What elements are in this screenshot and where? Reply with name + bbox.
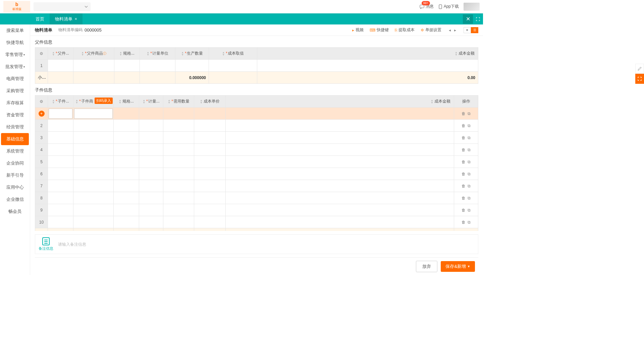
child-col-unit-cost[interactable]: ▲▼成本单价 [194,96,226,108]
user-avatar[interactable] [464,3,480,11]
close-all-tabs-button[interactable]: ✕ [463,14,473,24]
app-download-button[interactable]: App下载 [438,4,459,9]
close-icon[interactable]: ✕ [74,17,77,21]
messages-button[interactable]: 99+ 消息 [420,4,434,9]
sidebar-item[interactable]: 库存核算 [0,97,30,109]
sidebar-item[interactable]: 新手引导 [0,169,30,181]
copy-icon[interactable]: ⧉ [468,208,471,213]
play-icon: ▸ [352,28,354,33]
copy-icon[interactable]: ⧉ [468,111,471,116]
copy-icon[interactable]: ⧉ [468,184,471,188]
copy-icon[interactable]: ⧉ [468,172,471,176]
sidebar-item[interactable]: 企业协同 [0,157,30,169]
tab-bom[interactable]: 物料清单 ✕ [50,13,83,24]
sidebar: 搜索菜单快捷导航零售管理▾批发管理▾电商管理采购管理库存核算资金管理经营管理基础… [0,24,30,275]
sidebar-item[interactable]: 批发管理▾ [0,61,30,73]
table-row: 10🗑⧉ [35,216,478,228]
row-number: 8 [35,192,48,204]
document-header: 物料清单 物料清单编码 0000005 ▸视频 ⌨快捷键 ⎘提取成本 ✲单据设置… [30,24,483,36]
copy-icon[interactable]: ⧉ [468,123,471,128]
sidebar-item[interactable]: 搜索菜单 [0,24,30,37]
pager-next[interactable]: ▸ [453,27,458,33]
table-row: 1 [35,60,478,72]
record-pager: ◂ ▸ [447,27,458,33]
delete-icon[interactable]: 🗑 [462,111,466,116]
discard-button[interactable]: 放弃 [416,261,437,272]
table-row: 7🗑⧉ [35,180,478,192]
remarks-icon: 备注信息 [39,237,53,251]
table-row: 8🗑⧉ [35,192,478,204]
save-and-new-button[interactable]: 保存&新增 ▼ [441,261,475,272]
view-form[interactable]: ☰ [471,27,478,33]
remarks-input[interactable] [58,240,475,249]
tab-home[interactable]: 首页 [30,13,50,24]
parent-col-spec[interactable]: ▲▼规格... [114,48,140,60]
parent-col-qty[interactable]: ▲▼*生产数量 [175,48,209,60]
delete-icon[interactable]: 🗑 [462,172,466,176]
delete-icon[interactable]: 🗑 [462,160,466,164]
company-selector[interactable] [34,2,91,11]
copy-icon[interactable]: ⧉ [468,220,471,225]
parent-section-title: 父件信息 [35,36,478,47]
copy-icon[interactable]: ⧉ [468,147,471,152]
help-icon[interactable]: ⓘ [103,52,106,55]
child-col-code[interactable]: ▲▼*子件... [48,96,73,108]
sidebar-item[interactable]: 零售管理▾ [0,49,30,61]
child-col-settings[interactable]: ⚙ [35,96,48,108]
child-col-qty[interactable]: ▲▼*需用数量 [163,96,194,108]
add-row-button[interactable]: + [39,111,45,117]
fullscreen-button[interactable] [473,14,483,24]
child-col-product[interactable]: ▲▼*子件商扫码录入 [73,96,114,108]
parent-col-product[interactable]: ▲▼*父件商品ⓘ [73,48,114,60]
gear-icon: ⚙ [40,99,43,104]
copy-icon[interactable]: ⧉ [468,135,471,140]
subtotal-row: 小计0.0000000.00 [35,72,478,84]
sidebar-item[interactable]: 快捷导航 [0,37,30,49]
tool-shortcut[interactable]: ⌨快捷键 [370,27,389,33]
delete-icon[interactable]: 🗑 [462,220,466,225]
sidebar-item[interactable]: 系统管理 [0,145,30,157]
child-col-spec[interactable]: ▲▼规格... [114,96,139,108]
delete-icon[interactable]: 🗑 [462,208,466,213]
sidebar-item[interactable]: 畅会员 [0,205,30,218]
top-header: b 标准版 99+ 消息 App下载 [0,0,483,13]
parent-col-cost-src[interactable]: ▲▼*成本取值 [209,48,257,60]
row-number: 1 [35,60,48,72]
delete-icon[interactable]: 🗑 [462,196,466,200]
gear-icon: ✲ [421,28,424,33]
child-col-unit[interactable]: ▲▼*计量... [139,96,163,108]
parent-col-cost-amt[interactable]: ▲▼成本金额 [257,48,478,60]
tool-video[interactable]: ▸视频 [352,27,364,33]
table-row: +🗑⧉ [35,108,478,120]
parent-col-settings[interactable]: ⚙ [35,48,48,60]
copy-icon[interactable]: ⧉ [468,196,471,200]
view-list[interactable]: ≡ [464,27,471,33]
sidebar-item[interactable]: 基础信息 [1,133,29,145]
sidebar-item[interactable]: 资金管理 [0,109,30,121]
delete-icon[interactable]: 🗑 [462,123,466,128]
message-badge: 99+ [422,1,430,5]
child-col-cost-amt[interactable]: ▲▼成本金额 [226,96,454,108]
tool-doc-setting[interactable]: ✲单据设置 [421,27,441,33]
sidebar-item[interactable]: 企业微信 [0,193,30,205]
pager-prev[interactable]: ◂ [447,27,452,33]
parent-col-code[interactable]: ▲▼*父件... [48,48,73,60]
sidebar-item[interactable]: 采购管理 [0,85,30,97]
child-product-input [74,109,113,119]
sidebar-item[interactable]: 经营管理 [0,121,30,133]
row-number: 7 [35,180,48,192]
extract-icon: ⎘ [395,28,397,33]
table-row: 5🗑⧉ [35,156,478,168]
row-number: 9 [35,204,48,216]
child-section-title: 子件信息 [35,84,478,95]
tool-extract-cost[interactable]: ⎘提取成本 [395,27,415,33]
chevron-down-icon [85,5,88,8]
delete-icon[interactable]: 🗑 [462,135,466,140]
sidebar-item[interactable]: 应用中心 [0,181,30,193]
sidebar-item[interactable]: 电商管理 [0,73,30,85]
parent-col-unit[interactable]: ▲▼*计量单位 [140,48,175,60]
delete-icon[interactable]: 🗑 [462,184,466,188]
delete-icon[interactable]: 🗑 [462,147,466,152]
copy-icon[interactable]: ⧉ [468,160,471,164]
scan-input-button[interactable]: 扫码录入 [95,98,113,104]
